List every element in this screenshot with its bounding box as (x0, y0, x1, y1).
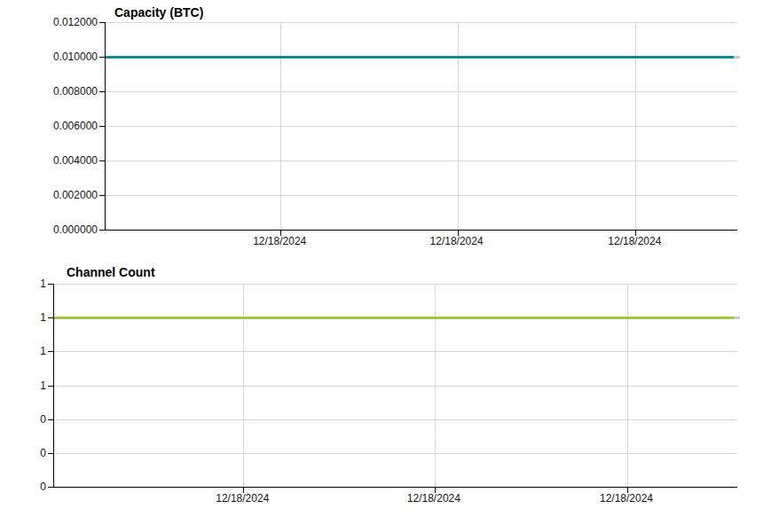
channel-count-chart-title: Channel Count (67, 265, 155, 279)
horizontal-gridline (54, 386, 737, 387)
y-axis-tick (99, 22, 105, 23)
y-tick-label: 1 (40, 346, 46, 356)
y-tick-label: 0.012000 (53, 17, 98, 27)
horizontal-gridline (54, 351, 737, 352)
y-tick-label: 1 (40, 380, 46, 391)
capacity-series-line[interactable] (106, 56, 734, 59)
vertical-gridline (458, 22, 459, 230)
horizontal-gridline (106, 195, 737, 196)
y-axis-tick (48, 351, 53, 352)
y-tick-label: 1 (40, 278, 46, 289)
x-tick-label: 12/18/2024 (608, 236, 661, 246)
y-tick-label: 0.002000 (53, 190, 98, 200)
x-tick-label: 12/18/2024 (407, 493, 460, 504)
horizontal-gridline (54, 453, 737, 454)
y-tick-label: 0 (40, 448, 46, 458)
horizontal-gridline (54, 419, 737, 420)
x-tick-label: 12/18/2024 (216, 493, 269, 504)
y-axis-tick (99, 160, 105, 161)
channel-count-series-line-end-cap (734, 317, 740, 319)
y-axis-tick (99, 230, 105, 231)
capacity-plot-area (105, 22, 737, 231)
y-tick-label: 0.000000 (53, 224, 98, 235)
channel-count-plot-area (53, 284, 737, 488)
capacity-y-axis-labels: 0.012000 0.010000 0.008000 0.006000 0.00… (27, 22, 98, 230)
horizontal-gridline (106, 126, 737, 127)
channel-count-x-axis-labels: 12/18/2024 12/18/2024 12/18/2024 (53, 493, 736, 507)
vertical-gridline (635, 22, 636, 230)
y-tick-label: 0 (40, 414, 46, 425)
y-axis-tick (48, 419, 53, 420)
x-tick-label: 12/18/2024 (600, 493, 653, 504)
horizontal-gridline (54, 284, 737, 285)
capacity-x-axis-labels: 12/18/2024 12/18/2024 12/18/2024 (105, 236, 736, 250)
y-axis-tick (48, 284, 53, 285)
y-axis-tick (48, 317, 53, 318)
y-tick-label: 0.006000 (53, 121, 98, 131)
y-axis-tick (99, 91, 105, 92)
vertical-gridline (243, 284, 244, 487)
y-tick-label: 0.010000 (53, 51, 98, 62)
y-tick-label: 0 (40, 481, 46, 492)
y-tick-label: 0.008000 (53, 86, 98, 97)
y-axis-tick (99, 126, 105, 127)
y-axis-tick (48, 453, 53, 454)
vertical-gridline (280, 22, 281, 230)
capacity-series-line-end-cap (734, 56, 740, 59)
y-tick-label: 1 (40, 312, 46, 323)
y-axis-tick (99, 57, 105, 58)
y-axis-tick (99, 195, 105, 196)
channel-count-y-axis-labels: 1 1 1 1 0 0 0 (14, 284, 46, 487)
channel-count-series-line[interactable] (54, 317, 734, 319)
horizontal-gridline (106, 91, 737, 92)
node-stats-charts-page: Capacity (BTC) 0.012000 0.010000 0.00800… (0, 0, 763, 532)
vertical-gridline (435, 284, 436, 487)
capacity-chart-title: Capacity (BTC) (114, 5, 203, 20)
y-axis-tick (48, 487, 53, 488)
y-axis-tick (48, 386, 53, 387)
y-tick-label: 0.004000 (53, 155, 98, 166)
x-tick-label: 12/18/2024 (430, 236, 484, 246)
vertical-gridline (627, 284, 628, 487)
x-tick-label: 12/18/2024 (253, 236, 306, 246)
horizontal-gridline (106, 22, 737, 23)
horizontal-gridline (106, 160, 737, 161)
